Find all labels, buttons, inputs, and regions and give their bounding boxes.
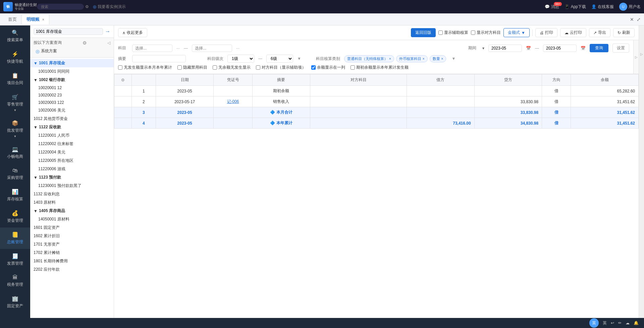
sidebar-item-ledger[interactable]: 📒 总账管理: [0, 227, 30, 249]
sidebar-item-purchase[interactable]: 🛍 采购管理: [0, 163, 30, 185]
right-collapse-panel[interactable]: ▷: [639, 25, 644, 328]
expand-more-btn[interactable]: ∧ 收起更多: [118, 28, 147, 37]
tree-item-11220001[interactable]: 11220001 人民币: [30, 131, 114, 140]
subject-end-more-icon[interactable]: ···: [236, 46, 239, 51]
app-download-btn[interactable]: 📱 App下载: [565, 4, 586, 10]
sidebar-item-project[interactable]: 📋 项目合同: [0, 68, 30, 90]
tree-item-1405[interactable]: ▼ 1405 库存商品: [30, 207, 114, 215]
export-btn[interactable]: ↗ 导出: [589, 28, 610, 37]
bottom-lang-btn[interactable]: 英: [603, 320, 607, 326]
voucher-link-2[interactable]: 记-006: [227, 99, 239, 104]
tab-detail[interactable]: 明细账 ×: [21, 14, 49, 24]
filter-expand-btn[interactable]: ▷: [633, 40, 639, 74]
cb-no-balance-input[interactable]: [213, 65, 217, 70]
refresh-btn[interactable]: ↻ 刷新: [613, 28, 635, 37]
scheme-item-system[interactable]: ◎ 系统方案: [34, 47, 110, 55]
tree-item-1002[interactable]: ▼ 1002 银行存款: [30, 76, 114, 84]
cb-opening[interactable]: 期初余额显示本年累计发生额: [351, 65, 409, 70]
tree-item-1601[interactable]: 1601 固定资产: [30, 223, 114, 232]
tag-normal-close[interactable]: ×: [389, 57, 391, 61]
user-profile[interactable]: U 用户名: [619, 3, 641, 11]
online-service-btn[interactable]: 👤 在线客服: [591, 4, 614, 10]
tree-item-1602[interactable]: 1602 累计折旧: [30, 232, 114, 240]
period-end-input[interactable]: [543, 45, 577, 52]
sidebar-item-inventory[interactable]: 📊 库存核算: [0, 185, 30, 206]
tag-quantity-close[interactable]: ×: [441, 57, 443, 61]
tag-foreign-close[interactable]: ×: [423, 57, 425, 61]
tree-item-1403[interactable]: 1403 原材料: [30, 198, 114, 207]
subject-more-icon[interactable]: ···: [176, 46, 180, 51]
account-arrow-btn[interactable]: →: [105, 28, 110, 35]
message-btn[interactable]: 💬 消息 99+: [545, 4, 559, 10]
close-window-btn[interactable]: ✕: [630, 17, 634, 22]
settings-icon[interactable]: ⚙: [85, 4, 89, 9]
sidebar-item-invoice[interactable]: 🧾 发票管理: [0, 249, 30, 270]
tree-item-10010001[interactable]: 10010001 同同同: [30, 67, 114, 76]
print-btn[interactable]: 🖨 打印: [535, 28, 557, 37]
tree-item-11220005[interactable]: 11220005 所在地区: [30, 156, 114, 165]
cb-opening-input[interactable]: [351, 65, 355, 70]
col-settings-icon[interactable]: ⚙: [121, 78, 125, 82]
sidebar-item-fund[interactable]: 💰 资金管理: [0, 206, 30, 227]
tree-item-11220004[interactable]: 11220004 美元: [30, 148, 114, 156]
scheme-settings-icon[interactable]: ⚙: [83, 40, 87, 46]
tree-item-1132[interactable]: 1132 应收利息: [30, 190, 114, 198]
tree-item-10020001[interactable]: 10020001 12: [30, 84, 114, 91]
show-aux-input[interactable]: [438, 30, 443, 35]
tree-item-1123[interactable]: ▼ 1123 预付款: [30, 173, 114, 182]
amount-style-btn[interactable]: 金额式 ▼: [503, 28, 530, 37]
cb-contra[interactable]: 对方科目（显示辅助项）: [256, 65, 306, 70]
calendar-end-icon[interactable]: 📅: [581, 46, 586, 51]
demo-hint[interactable]: ◎ 我要看实例演示: [93, 4, 126, 10]
tree-item-10020002[interactable]: 10020002 23: [30, 91, 114, 99]
tree-item-1012[interactable]: 1012 其他货币资金: [30, 115, 114, 123]
level-start-select[interactable]: 1级2级3级: [227, 55, 254, 63]
sidebar-item-search[interactable]: 🔍 搜索菜单: [0, 25, 30, 47]
scheme-collapse-icon[interactable]: ◁: [107, 41, 110, 45]
cloud-print-btn[interactable]: ☁ 云打印: [560, 28, 586, 37]
tree-item-10020003[interactable]: 10020003 122: [30, 99, 114, 106]
cb-balance-col-input[interactable]: [311, 65, 316, 70]
cb-no-amount[interactable]: 无发生额显示本月本年累计: [118, 65, 172, 70]
show-contra-checkbox[interactable]: 显示对方科目: [471, 30, 501, 36]
show-contra-input[interactable]: [471, 30, 475, 35]
return-old-btn[interactable]: 返回旧版: [411, 28, 436, 37]
sidebar-item-ecommerce[interactable]: 💻 小畅电商: [0, 142, 30, 163]
cb-no-balance[interactable]: 无余额无发生显示: [213, 65, 251, 70]
cb-contra-input[interactable]: [256, 65, 260, 70]
tree-item-1702[interactable]: 1702 累计摊销: [30, 249, 114, 257]
bottom-undo-btn[interactable]: ↩: [611, 321, 614, 325]
period-start-input[interactable]: [488, 45, 522, 52]
bottom-edit-btn[interactable]: ✏: [618, 321, 622, 325]
account-search[interactable]: [34, 28, 103, 35]
tree-item-1701[interactable]: 1701 无形资产: [30, 240, 114, 249]
level-end-select[interactable]: 6级5级4级: [266, 55, 293, 63]
subject-input[interactable]: [132, 45, 172, 52]
sidebar-item-retail[interactable]: 🛒 零售管理 ▼: [0, 90, 30, 116]
cb-hide-disabled[interactable]: 隐藏禁用科目: [177, 65, 207, 70]
tree-item-11220006[interactable]: 11220006 游戏: [30, 165, 114, 173]
cb-balance-col[interactable]: 余额显示在一列: [311, 65, 345, 70]
cell-voucher-2[interactable]: 记-006: [214, 96, 252, 107]
tree-item-1801[interactable]: 1801 长期待摊费用: [30, 257, 114, 265]
calendar-start-icon[interactable]: 📅: [526, 46, 531, 51]
subject-end-input[interactable]: [192, 45, 232, 52]
query-btn[interactable]: 查询: [590, 44, 608, 52]
cb-no-amount-input[interactable]: [118, 65, 122, 70]
tree-item-11220002[interactable]: 11220002 往来标签: [30, 140, 114, 148]
cb-hide-disabled-input[interactable]: [177, 65, 182, 70]
bottom-cloud-btn[interactable]: ☁: [626, 321, 630, 325]
tab-close-btn[interactable]: ×: [42, 18, 44, 21]
tree-item-10020006[interactable]: 10020006 美元: [30, 106, 114, 115]
sidebar-item-nav[interactable]: ⚡ 快捷导航: [0, 47, 30, 68]
global-search-input[interactable]: [37, 4, 84, 10]
bottom-bell-btn[interactable]: 🔔: [634, 321, 639, 325]
settings-btn[interactable]: 设置: [612, 44, 629, 53]
maximize-btn[interactable]: ⤢: [637, 17, 641, 22]
sidebar-item-assets[interactable]: 🏢 固定资产: [0, 291, 30, 313]
tree-item-2202[interactable]: 2202 应付年款: [30, 265, 114, 274]
sidebar-item-tax[interactable]: 🏛 税务管理: [0, 270, 30, 291]
tree-item-1122[interactable]: ▼ 1122 应收款: [30, 123, 114, 131]
tab-home[interactable]: 首页: [3, 14, 21, 24]
bottom-translate-btn[interactable]: 英: [589, 318, 599, 328]
